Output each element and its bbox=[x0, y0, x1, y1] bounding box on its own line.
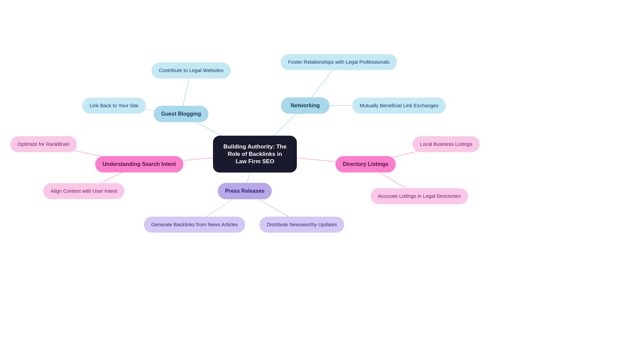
contribute-legal-node: Contribute to Legal Websites bbox=[152, 62, 231, 78]
guest-blogging-node: Guest Blogging bbox=[154, 106, 208, 122]
link-back-node: Link Back to Your Site bbox=[82, 98, 146, 114]
distribute-newsworthy-node: Distribute Newsworthy Updates bbox=[259, 217, 344, 233]
understanding-search-node: Understanding Search Intent bbox=[95, 156, 183, 173]
center-node: Building Authority: The Role of Backlink… bbox=[213, 136, 297, 173]
networking-node: Networking bbox=[281, 98, 330, 114]
press-releases-node: Press Releases bbox=[218, 183, 272, 199]
mutually-beneficial-node: Mutually Beneficial Link Exchanges bbox=[352, 98, 446, 114]
local-business-node: Local Business Listings bbox=[413, 136, 480, 152]
generate-backlinks-node: Generate Backlinks from News Articles bbox=[144, 217, 245, 233]
foster-relationships-node: Foster Relationships with Legal Professi… bbox=[281, 54, 397, 70]
directory-listings-node: Directory Listings bbox=[335, 156, 396, 173]
optimize-rankbrain-node: Optimize for RankBrain bbox=[10, 136, 77, 152]
align-content-node: Align Content with User Intent bbox=[43, 183, 124, 199]
accurate-listings-node: Accurate Listings in Legal Directories bbox=[371, 188, 468, 204]
